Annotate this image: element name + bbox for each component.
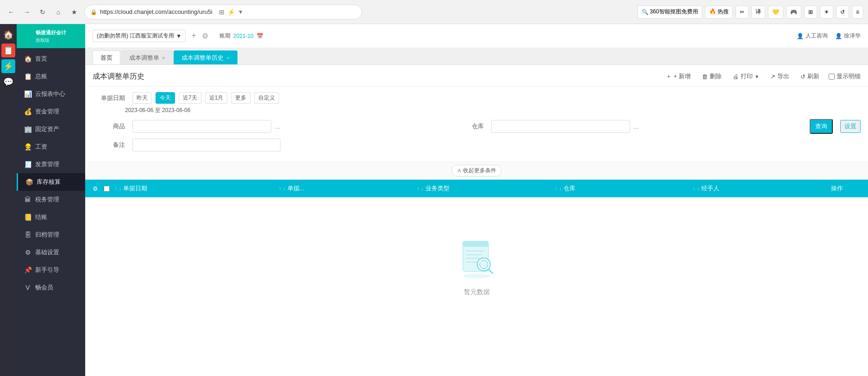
apps-icon: ⊞ xyxy=(219,8,225,16)
add-icon: ＋ xyxy=(666,72,672,81)
translate-tool[interactable]: 译 xyxy=(751,6,765,19)
sidebar-item-10[interactable]: 🗄 归档管理 xyxy=(17,226,85,244)
empty-state: 暂元数据 xyxy=(85,197,868,333)
settings-filter-button[interactable]: 设置 xyxy=(840,120,861,133)
back-button[interactable]: ← xyxy=(5,6,18,19)
refresh-button[interactable]: ↺ 刷新 xyxy=(797,70,823,82)
display-cols-toggle[interactable]: 显示明细 xyxy=(829,72,861,81)
star-button[interactable]: ★ xyxy=(68,6,81,19)
sidebar-icon-12: 📌 xyxy=(24,266,31,274)
calendar-icon[interactable]: 📅 xyxy=(256,33,263,39)
sidebar-label-6: 发票管理 xyxy=(35,160,59,169)
search-icon: 🔍 xyxy=(642,9,649,15)
search-tool[interactable]: 🔍 360智能抠图免费用 xyxy=(637,6,702,19)
user-info[interactable]: 👤 徐泽华 xyxy=(835,32,861,40)
address-bar[interactable]: 🔒 https://cloud.chanjet.com/accounting/u… xyxy=(84,5,362,19)
gear-column-header[interactable]: ⚙ xyxy=(89,185,100,192)
sidebar-item-11[interactable]: ⚙ 基础设置 xyxy=(17,244,85,261)
brightness-tool[interactable]: ☀ xyxy=(820,6,833,19)
browser-nav: ← → ↻ ⌂ ★ xyxy=(5,6,81,19)
date-option-4[interactable]: 更多 xyxy=(231,92,250,104)
rail-item-4[interactable]: 💬 xyxy=(1,75,15,89)
export-button[interactable]: ↗ 导出 xyxy=(767,70,793,82)
icon-rail: 🏠 📋 ⚡ 💬 xyxy=(0,24,17,376)
date-option-3[interactable]: 近1月 xyxy=(205,92,228,104)
undo-tool[interactable]: ↺ xyxy=(836,6,849,19)
num-column-header[interactable]: ↑ ↓ 单据... xyxy=(275,184,413,193)
sidebar-item-6[interactable]: 🧾 发票管理 xyxy=(17,156,85,173)
date-option-1[interactable]: 今天 xyxy=(156,92,175,104)
refresh-button[interactable]: ↻ xyxy=(36,6,49,19)
sidebar-icon-13: V xyxy=(24,284,31,291)
sidebar-item-5[interactable]: 👷 工资 xyxy=(17,138,85,156)
game-tool[interactable]: 🎮 xyxy=(786,6,801,19)
type-column-header[interactable]: ↑ ↓ 业务类型 xyxy=(413,184,551,193)
sidebar-item-13[interactable]: V 畅会员 xyxy=(17,279,85,296)
collapse-button[interactable]: ∧ 收起更多条件 xyxy=(452,165,501,176)
rail-item-2[interactable]: 📋 xyxy=(1,44,15,57)
plus-icon[interactable]: + xyxy=(191,31,196,41)
remark-input[interactable] xyxy=(132,138,281,151)
company-warning-text: (勿删勿禁用) 江西服宝测试专用 xyxy=(97,32,174,40)
rail-item-1[interactable]: 🏠 xyxy=(1,28,15,42)
handler-column-header[interactable]: ↑ ↓ 经手人 xyxy=(689,184,827,193)
sidebar-item-1[interactable]: 📋 总账 xyxy=(17,68,85,85)
tab-cost-adjust[interactable]: 成本调整单× xyxy=(121,50,173,64)
page-title: 成本调整单历史 xyxy=(93,72,144,81)
date-option-0[interactable]: 昨天 xyxy=(132,92,152,104)
display-cols-checkbox[interactable] xyxy=(829,74,835,80)
delete-button[interactable]: 🗑 删除 xyxy=(698,70,725,82)
print-icon: 🖨 xyxy=(733,73,739,80)
tab-cost-adjust-history[interactable]: 成本调整单历史× xyxy=(174,50,237,64)
home-button[interactable]: ⌂ xyxy=(52,6,65,19)
lightning-icon: ⚡ xyxy=(227,8,235,16)
page-content: 成本调整单历史 ＋ + 新增 🗑 删除 🖨 打印 ▼ xyxy=(85,65,868,376)
checkbox-column-header[interactable] xyxy=(100,186,111,192)
topbar-right: 👤 人工咨询 👤 徐泽华 xyxy=(797,32,861,40)
sidebar-item-2[interactable]: 📊 云报表中心 xyxy=(17,85,85,103)
svg-line-9 xyxy=(488,269,493,273)
hot-tool[interactable]: 🔥 热搜 xyxy=(705,6,733,19)
type-sort-up-icon: ↑ xyxy=(417,186,419,191)
print-button[interactable]: 🖨 打印 ▼ xyxy=(729,70,763,82)
sidebar-item-3[interactable]: 💰 资金管理 xyxy=(17,103,85,120)
settings-icon[interactable]: ⚙ xyxy=(202,31,208,40)
date-column-header[interactable]: ↑ ↓ 单据日期 xyxy=(111,184,275,193)
grid-tool[interactable]: ⊞ xyxy=(804,6,817,19)
menu-tool[interactable]: ≡ xyxy=(852,6,863,19)
sidebar-label-5: 工资 xyxy=(35,143,47,151)
dropdown-icon[interactable]: ▼ xyxy=(238,9,244,15)
date-option-5[interactable]: 自定义 xyxy=(254,92,279,104)
period-info: 账期 2021-10 📅 xyxy=(219,32,263,40)
sidebar-item-7[interactable]: 📦 库存核算 xyxy=(17,173,85,191)
forward-button[interactable]: → xyxy=(20,6,33,19)
tab-close-2[interactable]: × xyxy=(226,55,229,61)
warehouse-column-header[interactable]: ↑ ↓ 仓库 xyxy=(551,184,689,193)
warehouse-input[interactable] xyxy=(491,120,630,133)
browser-tools: 🔍 360智能抠图免费用 🔥 热搜 ✂ 译 💛 🎮 ⊞ ☀ ↺ ≡ xyxy=(637,6,863,19)
date-option-2[interactable]: 近7天 xyxy=(179,92,201,104)
tab-close-1[interactable]: × xyxy=(162,55,165,61)
tab-home[interactable]: 首页 xyxy=(93,50,120,64)
goods-input[interactable] xyxy=(132,120,271,133)
scissors-tool[interactable]: ✂ xyxy=(736,6,749,19)
sidebar-item-0[interactable]: 🏠 首页 xyxy=(17,50,85,68)
wallet-tool[interactable]: 💛 xyxy=(768,6,783,19)
query-button[interactable]: 查询 xyxy=(810,119,833,134)
warehouse-sort-up-icon: ↑ xyxy=(555,186,557,191)
sidebar-item-12[interactable]: 📌 新手引导 xyxy=(17,261,85,279)
add-button[interactable]: ＋ + 新增 xyxy=(662,70,694,82)
sidebar-item-9[interactable]: 📒 结账 xyxy=(17,208,85,226)
gear-icon: ⚙ xyxy=(93,185,98,192)
support-link[interactable]: 👤 人工咨询 xyxy=(797,32,828,40)
goods-more-dots[interactable]: ... xyxy=(275,123,281,130)
company-selector[interactable]: (勿删勿禁用) 江西服宝测试专用 ▼ xyxy=(93,30,186,42)
goods-warehouse-row: 商品 ... 仓库 ... 查询 设置 xyxy=(93,119,861,134)
sidebar-label-8: 税务管理 xyxy=(35,195,59,204)
rail-item-3[interactable]: ⚡ xyxy=(1,59,15,73)
sidebar-item-8[interactable]: 🏛 税务管理 xyxy=(17,191,85,208)
sidebar-item-4[interactable]: 🏢 固定资产 xyxy=(17,120,85,138)
select-all-checkbox[interactable] xyxy=(104,186,110,192)
sidebar: 畅捷通好会计 旗舰版 🏠 首页 📋 总账 📊 云报表中心 💰 资金管理 🏢 固定… xyxy=(17,24,85,376)
warehouse-more-dots[interactable]: ... xyxy=(634,123,639,130)
